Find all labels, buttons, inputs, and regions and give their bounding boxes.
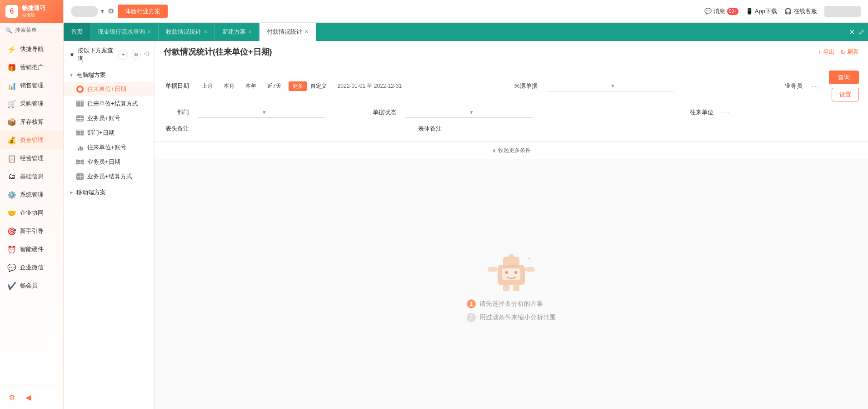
sidebar-item-sales[interactable]: 📊 销售管理	[0, 76, 63, 95]
empty-tip-1: 1 请先选择要分析的方案	[467, 299, 556, 308]
date-range-display: 2022-01-01 至 2022-12-31	[338, 82, 402, 90]
export-btn[interactable]: ↑ 导出	[818, 48, 835, 56]
source-select[interactable]: ▾	[547, 81, 674, 91]
salesperson-label: 业务员	[784, 82, 803, 90]
date-custom-btn[interactable]: 自定义	[310, 82, 327, 90]
sidebar-item-basic[interactable]: 🗂 基础信息	[0, 167, 63, 186]
scheme-item-staff-account[interactable]: 业务员+账号	[64, 111, 154, 126]
tab-bank-flow[interactable]: 现金银行流水查询 ×	[90, 23, 159, 41]
sidebar-item-operation[interactable]: 📋 经营管理	[0, 149, 63, 167]
add-scheme-btn[interactable]: +	[118, 50, 128, 60]
body-note-input[interactable]	[451, 123, 654, 134]
header-note-label: 表头备注	[164, 125, 189, 133]
date-btn-this-year[interactable]: 本年	[242, 81, 260, 91]
collapse-panel-btn[interactable]: ◁	[144, 50, 149, 60]
message-badge: 99+	[727, 8, 738, 15]
panel-title: 按以下方案查询	[78, 46, 118, 63]
scheme-group-desktop: ▼ 电脑端方案 往来单位+日期 往来单位+结算方式	[64, 68, 154, 184]
topbar-settings-btn[interactable]: ⚙	[108, 7, 114, 15]
step-1-icon: 1	[467, 299, 476, 308]
scheme-item-staff-settle[interactable]: 业务员+结算方式	[64, 169, 154, 184]
filter-row-2: 部门 ▾ 单据状态 ▾ 往来单位 ···	[164, 107, 859, 118]
dept-select-arrow: ▾	[263, 109, 322, 116]
svg-point-0	[78, 87, 82, 91]
tab-close-collection-stats[interactable]: ×	[204, 29, 207, 35]
sidebar: 6 畅捷通巧 标准版 🔍 搜索菜单 ⚡ 快捷导航 🎁 营销推广 📊 销售管理 🛒…	[0, 0, 64, 409]
status-label: 单据状态	[371, 108, 396, 116]
sidebar-item-wechat[interactable]: 💬 企业微信	[0, 258, 63, 277]
scheme-settings-btn[interactable]: ⚙	[131, 50, 141, 60]
online-service-btn[interactable]: 🎧 在线客服	[784, 7, 817, 15]
tab-new-scheme[interactable]: 新建方案 ×	[215, 23, 259, 41]
sidebar-item-vip[interactable]: ✔️ 畅会员	[0, 277, 63, 295]
sidebar-item-guide[interactable]: 🎯 新手引导	[0, 222, 63, 240]
right-content: 付款情况统计(往来单位+日期) ↑ 导出 ↻ 刷新 单据日期	[155, 41, 868, 409]
settings-bottom-btn[interactable]: ⚙	[5, 391, 18, 404]
scheme-table2-icon	[76, 115, 84, 122]
svg-rect-8	[525, 267, 535, 272]
svg-point-4	[514, 271, 517, 274]
message-btn[interactable]: 💬 消息 99+	[704, 7, 738, 15]
header-note-input[interactable]	[198, 123, 380, 134]
date-more-btn[interactable]: 更多	[289, 81, 307, 91]
topbar-right: 💬 消息 99+ 📱 App下载 🎧 在线客服	[704, 6, 861, 17]
refresh-btn[interactable]: ↻ 刷新	[840, 48, 859, 56]
sidebar-item-inventory[interactable]: 📦 库存核算	[0, 113, 63, 131]
scheme-item-staff-date[interactable]: 业务员+日期	[64, 155, 154, 169]
collapse-sidebar-btn[interactable]: ◀	[22, 391, 35, 404]
tab-home[interactable]: 首页	[64, 23, 90, 41]
app-download-btn[interactable]: 📱 App下载	[746, 7, 777, 15]
sidebar-bottom: ⚙ ◀	[0, 385, 63, 409]
search-menu[interactable]: 🔍 搜索菜单	[0, 23, 63, 38]
tab-close-bank-flow[interactable]: ×	[148, 29, 151, 35]
scheme-group-mobile-header[interactable]: ▼ 移动端方案	[64, 186, 154, 199]
sidebar-item-marketing[interactable]: 🎁 营销推广	[0, 58, 63, 76]
sidebar-item-purchase[interactable]: 🛒 采购管理	[0, 95, 63, 113]
wechat-icon: 💬	[7, 263, 16, 272]
sidebar-item-system[interactable]: ⚙️ 系统管理	[0, 186, 63, 204]
sidebar-item-quick-nav[interactable]: ⚡ 快捷导航	[0, 40, 63, 58]
maximize-btn[interactable]: ⤢	[858, 28, 864, 36]
tab-close-payment-stats[interactable]: ×	[305, 29, 308, 35]
svg-rect-10	[513, 285, 519, 291]
page-header: 付款情况统计(往来单位+日期) ↑ 导出 ↻ 刷新	[155, 41, 868, 63]
tab-close-new-scheme[interactable]: ×	[249, 29, 252, 35]
scheme-group-desktop-header[interactable]: ▼ 电脑端方案	[64, 68, 154, 82]
tab-collection-stats[interactable]: 收款情况统计 ×	[159, 23, 215, 41]
partner-dots[interactable]: ···	[723, 109, 813, 116]
date-btn-this-month[interactable]: 本月	[220, 81, 238, 91]
date-label: 单据日期	[164, 82, 189, 90]
svg-point-3	[505, 271, 508, 274]
date-btn-7days[interactable]: 近7天	[264, 81, 285, 91]
topbar-profile: ▾	[71, 6, 104, 17]
profile-dropdown-btn[interactable]: ▾	[101, 8, 104, 15]
scheme-item-partner-account[interactable]: 往来单位+账号	[64, 140, 154, 155]
dept-select[interactable]: ▾	[198, 107, 325, 118]
sidebar-item-hardware[interactable]: ⏰ 智能硬件	[0, 240, 63, 258]
trial-btn[interactable]: 体验行业方案	[118, 5, 168, 18]
purchase-icon: 🛒	[7, 99, 16, 108]
export-icon: ↑	[818, 49, 822, 56]
sidebar-item-enterprise[interactable]: 🤝 企业协同	[0, 204, 63, 222]
tabbar: 首页 现金银行流水查询 × 收款情况统计 × 新建方案 × 付款情况统计 × ✕…	[64, 23, 868, 41]
scheme-item-partner-date[interactable]: 往来单位+日期	[64, 82, 154, 96]
status-select[interactable]: ▾	[405, 107, 533, 118]
sidebar-nav: ⚡ 快捷导航 🎁 营销推广 📊 销售管理 🛒 采购管理 📦 库存核算 💰 资金管…	[0, 38, 63, 385]
left-panel: ▼ 按以下方案查询 + ⚙ ◁ ▼ 电脑端方案	[64, 41, 155, 409]
collapse-conditions-btn[interactable]: ∧ 收起更多条件	[492, 146, 531, 154]
scheme-table3-icon	[76, 129, 84, 136]
sales-icon: 📊	[7, 81, 16, 90]
scheme-item-dept-date[interactable]: 部门+日期	[64, 126, 154, 140]
empty-illustration: ✦ ·	[484, 247, 539, 292]
salesperson-dots[interactable]: ···	[812, 82, 820, 90]
operation-icon: 📋	[7, 154, 16, 163]
sidebar-item-finance[interactable]: 💰 资金管理	[0, 131, 63, 149]
scheme-item-partner-settle[interactable]: 往来单位+结算方式	[64, 96, 154, 111]
date-btn-last-month[interactable]: 上月	[198, 81, 216, 91]
topbar-user-info[interactable]	[824, 6, 861, 17]
marketing-icon: 🎁	[7, 63, 16, 72]
tab-payment-stats[interactable]: 付款情况统计 ×	[259, 23, 316, 41]
close-all-tabs-btn[interactable]: ✕	[849, 28, 855, 36]
query-btn[interactable]: 查询	[829, 71, 859, 84]
filter-settings-btn[interactable]: 设置	[832, 88, 859, 101]
